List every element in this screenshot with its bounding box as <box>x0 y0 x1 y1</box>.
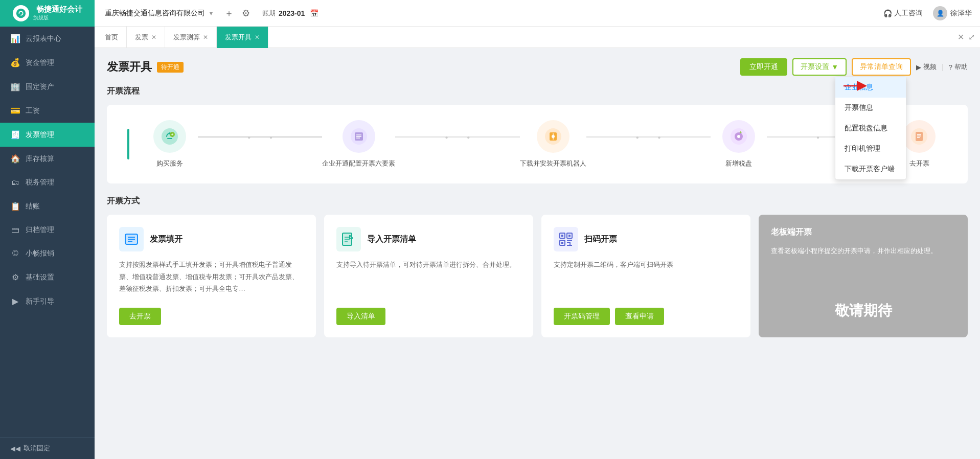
invoice-settings-label: 开票设置 <box>801 62 829 72</box>
cancel-pin-button[interactable]: ◀◀ 取消固定 <box>0 437 95 459</box>
sidebar-item-label: 新手引导 <box>26 297 54 306</box>
consult-label: 人工咨询 <box>894 9 923 18</box>
headset-icon: 🎧 <box>883 9 892 17</box>
tab-invoice-calc-close[interactable]: ✕ <box>203 34 208 41</box>
download-icon <box>537 120 569 153</box>
user-name: 徐泽华 <box>950 9 972 18</box>
logo-sub: 旗舰版 <box>33 14 82 21</box>
assets-icon: 🏢 <box>10 82 20 91</box>
sidebar-item-guide[interactable]: ▶ 新手引导 <box>0 289 95 313</box>
sidebar-item-cloud-report[interactable]: 📊 云报表中心 <box>0 27 95 51</box>
calendar-icon[interactable]: 📅 <box>310 9 318 17</box>
tab-home[interactable]: 首页 <box>97 27 127 48</box>
svg-rect-22 <box>916 132 923 141</box>
sidebar: 📊 云报表中心 💰 资金管理 🏢 固定资产 💳 工资 🧾 发票管理 🏠 库存核算… <box>0 27 95 459</box>
page-title: 发票开具 <box>107 59 152 75</box>
scan-qr-icon <box>554 227 578 251</box>
top-actions: ＋ ⚙ <box>224 7 250 19</box>
sidebar-item-payroll[interactable]: 💳 工资 <box>0 99 95 123</box>
company-dropdown-arrow: ▼ <box>208 10 214 17</box>
fund-icon: 💰 <box>10 58 20 67</box>
consult-button[interactable]: 🎧 人工咨询 <box>883 9 923 18</box>
dropdown-item-tax-disk[interactable]: 配置税盘信息 <box>835 118 906 139</box>
company-selector[interactable]: 重庆畅捷交通信息咨询有限公司 ▼ <box>105 9 214 18</box>
tab-invoice-issue[interactable]: 发票开具 ✕ <box>217 27 268 48</box>
sidebar-item-ledger[interactable]: 📋 结账 <box>0 194 95 218</box>
divider: | <box>942 63 944 71</box>
dropdown-item-printer[interactable]: 打印机管理 <box>835 139 906 159</box>
sidebar-item-tax[interactable]: 🗂 税务管理 <box>0 171 95 194</box>
svg-point-1 <box>20 10 21 12</box>
sidebar-item-label: 固定资产 <box>26 82 54 91</box>
tab-bar: 首页 发票 ✕ 发票测算 ✕ 发票开具 ✕ ✕ ⤢ <box>95 27 980 48</box>
tab-expand-button[interactable]: ⤢ <box>968 32 975 42</box>
abnormal-list-button[interactable]: 异常清单查询 <box>852 58 911 76</box>
sidebar-item-label: 小畅报销 <box>26 249 54 258</box>
tab-invoice-label: 发票 <box>135 33 148 42</box>
svg-point-3 <box>162 128 178 145</box>
settings-icon[interactable]: ⚙ <box>242 8 250 19</box>
xiaochang-icon: © <box>10 249 20 258</box>
dropdown-item-invoice-info[interactable]: 开票信息 <box>835 98 906 118</box>
cancel-label: 取消固定 <box>24 444 50 453</box>
help-button[interactable]: ? 帮助 <box>949 62 968 72</box>
sidebar-item-label: 发票管理 <box>26 130 54 140</box>
sidebar-item-settings[interactable]: ⚙ 基础设置 <box>0 265 95 289</box>
configure-icon <box>343 120 375 153</box>
user-area[interactable]: 👤 徐泽华 <box>933 6 972 20</box>
svg-text:+: + <box>171 132 174 137</box>
tab-invoice-issue-close[interactable]: ✕ <box>255 34 260 41</box>
sidebar-item-label: 归档管理 <box>26 225 54 235</box>
method-cards: 发票填开 支持按照发票样式手工填开发票；可开具增值税电子普通发票、增值税普通发票… <box>107 215 968 337</box>
method-card-boss: 老板端开票 查看老板端小程序提交的开票申请，并作出相应的处理。 敬请期待 <box>759 215 968 337</box>
sidebar-item-label: 资金管理 <box>26 58 54 67</box>
view-apply-button[interactable]: 查看申请 <box>615 308 664 325</box>
add-icon[interactable]: ＋ <box>224 7 234 19</box>
invoice-open-icon <box>903 120 936 153</box>
tab-actions: ✕ ⤢ <box>958 32 975 42</box>
svg-point-14 <box>552 135 555 138</box>
svg-point-0 <box>16 8 25 17</box>
page-header: 发票开具 待开通 立即开通 开票设置 ▼ 异常清单查询 ▶ 视频 | <box>107 58 968 76</box>
sidebar-item-xiaochang[interactable]: © 小畅报销 <box>0 242 95 265</box>
tab-close-button[interactable]: ✕ <box>958 32 964 42</box>
sidebar-item-invoice[interactable]: 🧾 发票管理 <box>0 123 95 147</box>
boss-card-title: 老板端开票 <box>771 227 812 238</box>
connector-1: ● ● <box>198 136 322 152</box>
sidebar-item-fund[interactable]: 💰 资金管理 <box>0 51 95 75</box>
tab-invoice[interactable]: 发票 ✕ <box>127 27 165 48</box>
qr-manage-button[interactable]: 开票码管理 <box>554 308 610 325</box>
sidebar-item-archive[interactable]: 🗃 归档管理 <box>0 218 95 242</box>
fill-invoice-button[interactable]: 去开票 <box>119 308 161 325</box>
period-label: 账期 <box>262 9 276 18</box>
sidebar-item-inventory[interactable]: 🏠 库存核算 <box>0 147 95 171</box>
top-right: 🎧 人工咨询 👤 徐泽华 <box>883 6 972 20</box>
svg-rect-41 <box>561 242 563 244</box>
sidebar-item-label: 税务管理 <box>26 178 54 187</box>
tax-disk-icon: + <box>722 120 755 153</box>
tab-invoice-issue-label: 发票开具 <box>225 33 252 42</box>
tab-invoice-calc[interactable]: 发票测算 ✕ <box>165 27 217 48</box>
invoice-settings-button[interactable]: 开票设置 ▼ <box>792 58 847 76</box>
method-section: 开票方式 <box>107 196 968 337</box>
video-button[interactable]: ▶ 视频 <box>916 62 937 72</box>
sidebar-item-label: 基础设置 <box>26 273 54 282</box>
page-content: 发票开具 待开通 立即开通 开票设置 ▼ 异常清单查询 ▶ 视频 | <box>95 48 980 459</box>
tab-invoice-close[interactable]: ✕ <box>151 34 156 41</box>
process-step-tax-label: 新增税盘 <box>725 159 752 168</box>
invoice-icon: 🧾 <box>10 130 20 140</box>
logo-area: 畅捷通好会计 旗舰版 <box>0 0 95 27</box>
fill-card-desc: 支持按照发票样式手工填开发票；可开具增值税电子普通发票、增值税普通发票、增值税专… <box>119 259 304 300</box>
process-step-buy: + 购买服务 <box>142 120 198 168</box>
import-list-button[interactable]: 导入清单 <box>336 308 385 325</box>
main-layout: 📊 云报表中心 💰 资金管理 🏢 固定资产 💳 工资 🧾 发票管理 🏠 库存核算… <box>0 27 980 459</box>
sidebar-item-assets[interactable]: 🏢 固定资产 <box>0 75 95 99</box>
content-area: 首页 发票 ✕ 发票测算 ✕ 发票开具 ✕ ✕ ⤢ <box>95 27 980 459</box>
import-card-desc: 支持导入待开票清单，可对待开票清单进行拆分、合并处理。 <box>336 259 521 300</box>
dropdown-item-download-client[interactable]: 下载开票客户端 <box>835 159 906 179</box>
open-now-button[interactable]: 立即开通 <box>740 58 787 76</box>
top-bar: 畅捷通好会计 旗舰版 重庆畅捷交通信息咨询有限公司 ▼ ＋ ⚙ 账期 2023-… <box>0 0 980 27</box>
svg-rect-40 <box>568 235 571 237</box>
svg-text:+: + <box>739 130 742 135</box>
method-card-import-header: 导入开票清单 <box>336 227 521 251</box>
